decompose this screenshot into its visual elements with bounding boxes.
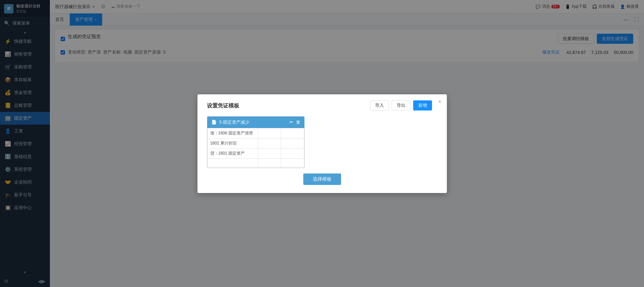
template-row-3-col1: 贷：1601 固定资产 — [207, 148, 258, 158]
template-header-left: 📄 5-固定资产减少 — [211, 119, 250, 125]
table-row: 贷：1601 固定资产 — [207, 148, 304, 158]
table-row: 1602 累计折旧 — [207, 138, 304, 148]
template-row-2-col2 — [258, 138, 281, 148]
modal-set-voucher-template: 设置凭证模板 × 导入 导出 新增 📄 5-固定资产减少 ✏ — [197, 94, 447, 193]
table-row: 借：1606 固定资产清理 — [207, 128, 304, 138]
template-doc-icon: 📄 — [211, 120, 217, 125]
template-card-body: 借：1606 固定资产清理 1602 累计折旧 — [207, 128, 304, 168]
template-row-4-col1 — [207, 158, 258, 167]
template-row-2-col1: 1602 累计折旧 — [207, 138, 258, 148]
modal-close-btn[interactable]: × — [438, 99, 441, 104]
modal-toolbar: 导入 导出 新增 — [370, 100, 432, 110]
template-delete-icon[interactable]: 🗑 — [296, 120, 300, 125]
template-row-1-col3 — [281, 128, 304, 138]
template-row-3-col2 — [258, 148, 281, 158]
template-card: 📄 5-固定资产减少 ✏ 🗑 借：1606 固定资产清理 — [207, 116, 305, 168]
content-area: 生成的凭证预览 批量调控模板 全部生成凭证 变动类型: 资产清 资产名称: 电脑… — [50, 26, 644, 287]
template-row-4-col3 — [281, 158, 304, 167]
template-row-3-col3 — [281, 148, 304, 158]
template-row-1-col2 — [258, 128, 281, 138]
template-row-1-col1: 借：1606 固定资产清理 — [207, 128, 258, 138]
template-card-header: 📄 5-固定资产减少 ✏ 🗑 — [207, 117, 304, 128]
export-btn[interactable]: 导出 — [392, 100, 410, 110]
template-name: 5-固定资产减少 — [219, 119, 250, 125]
template-table: 借：1606 固定资产清理 1602 累计折旧 — [207, 128, 304, 168]
template-card-actions: ✏ 🗑 — [289, 120, 300, 125]
main-area: 医疗器械行业演示 ▼ ⚙ ☁ 我要体验一下 💬 消息 99+ 📱 App下载 🎧… — [50, 0, 644, 287]
template-row-4-col2 — [258, 158, 281, 167]
template-row-2-col3 — [281, 138, 304, 148]
table-row — [207, 158, 304, 167]
modal-overlay: 设置凭证模板 × 导入 导出 新增 📄 5-固定资产减少 ✏ — [50, 26, 644, 287]
new-btn[interactable]: 新增 — [413, 100, 432, 110]
template-edit-icon[interactable]: ✏ — [289, 120, 293, 125]
import-btn[interactable]: 导入 — [370, 100, 389, 110]
select-template-btn[interactable]: 选择模板 — [303, 173, 341, 185]
